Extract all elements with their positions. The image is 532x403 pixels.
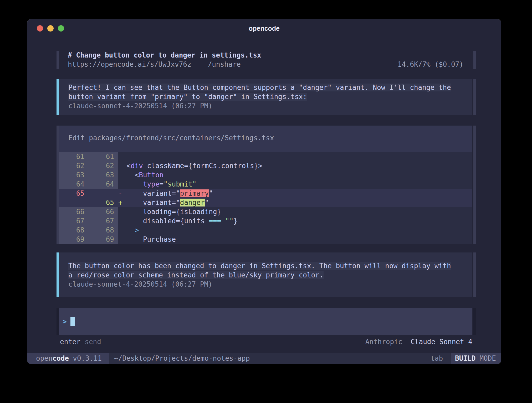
working-directory: ~/Desktop/Projects/demo-notes-app — [114, 353, 250, 364]
session-header-left-border — [57, 51, 59, 69]
diff-rows: 61616262 <div className={formCs.controls… — [59, 152, 472, 244]
input-right-border — [473, 308, 476, 335]
message-right-border — [473, 79, 476, 115]
message-text-line: Perfect! I can see that the Button compo… — [68, 83, 463, 92]
assistant-message-1: Perfect! I can see that the Button compo… — [57, 79, 476, 115]
app-version: v0.3.11 — [73, 354, 102, 362]
edit-tool-title: Edit packages/frontend/src/containers/Se… — [59, 126, 472, 152]
window-title: opencode — [27, 19, 501, 38]
share-url[interactable]: https://opencode.ai/s/UwJxv76z — [68, 60, 191, 69]
session-header: # Change button color to danger in setti… — [57, 51, 476, 69]
mode-secondary: MODE — [479, 354, 496, 362]
prompt-input[interactable]: > — [59, 308, 472, 335]
diff-row: 65+ variant="danger" — [59, 198, 472, 207]
diff-row: 6363 <Button — [59, 170, 472, 180]
prompt-symbol: > — [59, 318, 67, 326]
diff-row: 6868 > — [59, 226, 472, 235]
model-name: Claude Sonnet 4 — [411, 338, 472, 346]
unshare-command: /unshare — [208, 60, 241, 69]
message-meta: claude-sonnet-4-20250514 (06:27 PM) — [68, 101, 463, 111]
footer-hints: enter send Anthropic Claude Sonnet 4 — [57, 337, 476, 347]
diff-row: 6262 <div className={formCs.controls}> — [59, 161, 472, 170]
message-accent-border — [57, 252, 59, 297]
edit-left-border — [57, 126, 59, 244]
prompt-input-block: > — [57, 308, 476, 335]
edit-tool-block: Edit packages/frontend/src/containers/Se… — [57, 126, 476, 244]
app-name-suffix: code — [53, 354, 69, 362]
diff-row: 6969 Purchase — [59, 235, 472, 244]
titlebar: opencode — [27, 19, 501, 38]
tab-keybind-hint[interactable]: tab — [431, 353, 443, 364]
diff-row: 6161 — [59, 152, 472, 161]
input-left-border — [57, 308, 59, 335]
message-right-border — [473, 252, 476, 297]
keybind-enter: enter — [60, 337, 80, 347]
session-header-right-border — [473, 51, 476, 69]
mode-primary: BUILD — [455, 354, 475, 362]
mode-indicator: BUILDMODE — [451, 353, 501, 364]
edit-right-border — [473, 126, 476, 244]
app-name-prefix: open — [36, 354, 53, 362]
diff-row: 6464 type="submit" — [59, 180, 472, 189]
keybind-action: send — [85, 337, 101, 347]
diff-row: 6767 disabled={units === ""} — [59, 216, 472, 226]
status-bar: opencodev0.3.11 ~/Desktop/Projects/demo-… — [27, 353, 501, 364]
message-accent-border — [57, 79, 59, 115]
message-text-line: button variant from "primary" to "danger… — [68, 92, 463, 101]
app-version-chip: opencodev0.3.11 — [27, 353, 109, 364]
message-text-line: The button color has been changed to dan… — [68, 261, 463, 271]
text-cursor — [70, 317, 75, 326]
context-stats: 14.6K/7% ($0.07) — [398, 60, 463, 69]
provider-name: Anthropic — [365, 338, 402, 346]
assistant-message-2: The button color has been changed to dan… — [57, 252, 476, 297]
message-meta: claude-sonnet-4-20250514 (06:27 PM) — [68, 280, 463, 289]
session-title: # Change button color to danger in setti… — [59, 51, 472, 60]
diff-row: 65- variant="primary" — [59, 189, 472, 198]
app-window: opencode # Change button color to danger… — [27, 19, 501, 364]
diff-row: 6666 loading={isLoading} — [59, 207, 472, 216]
message-text-line: a red/rose color scheme instead of the b… — [68, 271, 463, 280]
